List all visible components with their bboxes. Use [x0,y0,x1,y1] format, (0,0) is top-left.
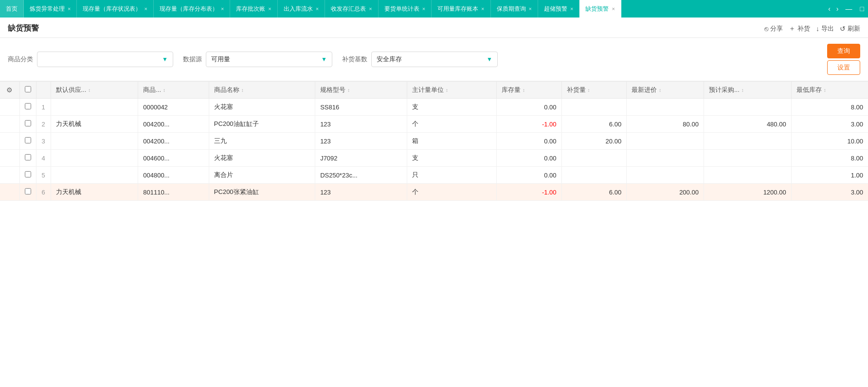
td-product-name: 三九 [209,133,315,150]
sort-icon-supplier: ↕ [88,88,90,93]
th-default-supplier[interactable]: 默认供应... ↕ [51,82,138,99]
share-action[interactable]: ⎋ 分享 [764,24,783,33]
table-header-row: ⚙ 默认供应... ↕ 商品... [0,82,868,99]
td-estimated-purchase [704,99,791,116]
share-icon: ⎋ [764,25,768,33]
tab-close-inout-flow[interactable]: × [316,6,319,12]
tab-abnormal[interactable]: 炼货异常处理 × [24,0,77,18]
tab-close-overstock[interactable]: × [570,6,573,12]
td-product-name: 离合片 [209,167,315,184]
tab-minimize-btn[interactable]: — [842,5,856,13]
tab-prev-btn[interactable]: ‹ [825,5,833,13]
sort-icon-unit: ↕ [446,88,448,93]
tab-close-abnormal[interactable]: × [68,6,71,12]
td-estimated-purchase [704,167,791,184]
row-checkbox[interactable] [25,120,31,126]
tab-maximize-btn[interactable]: □ [856,5,868,13]
td-estimated-purchase [704,150,791,167]
tab-available-ledger[interactable]: 可用量库存账本 × [432,0,490,18]
td-product-name: 火花塞 [209,150,315,167]
table-row: 2 力天机械 004200... PC200油缸缸子 123 个 -1.00 6… [0,116,868,133]
tab-close-receive-summary[interactable]: × [369,6,372,12]
td-checkbox [19,184,36,201]
replenish-basis-select-arrow: ▼ [487,56,492,63]
settings-button[interactable]: 设置 [827,60,860,75]
td-stock-qty: 0.00 [497,150,562,167]
td-unit: 箱 [407,133,497,150]
th-product-name[interactable]: 商品名称 ↕ [209,82,315,99]
td-num: 1 [36,99,51,116]
th-stock-qty[interactable]: 库存量 ↕ [497,82,562,99]
td-settings [0,150,19,167]
td-num: 6 [36,184,51,201]
replenish-basis-select[interactable]: 安全库存 ▼ [371,52,498,67]
th-product-code[interactable]: 商品... ↕ [138,82,209,99]
th-replenish-qty[interactable]: 补货量 ↕ [561,82,627,99]
td-product-code: 004200... [138,116,209,133]
tab-inventory-dist[interactable]: 现存量（库存分布表） × [154,0,230,18]
td-supplier [51,99,138,116]
tab-batch[interactable]: 库存批次账 × [230,0,277,18]
th-settings: ⚙ [0,82,19,99]
td-estimated-purchase: 480.00 [704,116,791,133]
th-min-stock[interactable]: 最低库存 ↕ [791,82,868,99]
table-row: 1 0000042 火花塞 SS816 支 0.00 8.00 [0,99,868,116]
filter-datasource-group: 数据源 可用量 ▼ [183,52,332,67]
filter-replenish-basis-group: 补货基数 安全库存 ▼ [342,52,498,67]
datasource-select[interactable]: 可用量 ▼ [206,52,332,67]
category-select-arrow: ▼ [162,56,168,63]
gear-icon[interactable]: ⚙ [6,86,13,94]
td-stock-qty: 0.00 [497,99,562,116]
td-min-stock: 3.00 [791,184,868,201]
tab-requisition[interactable]: 要货单统计表 × [379,0,432,18]
tab-expiry[interactable]: 保质期查询 × [491,0,538,18]
datasource-select-text: 可用量 [211,55,321,64]
row-checkbox[interactable] [25,154,31,160]
td-product-name: PC200油缸缸子 [209,116,315,133]
td-supplier: 力天机械 [51,116,138,133]
tab-overstock[interactable]: 超储预警 × [538,0,579,18]
tab-close-inventory-dist[interactable]: × [221,6,224,12]
page-header: 缺货预警 ⎋ 分享 ＋ 补货 ↓ 导出 ↺ 刷新 [0,18,868,38]
refresh-action[interactable]: ↺ 刷新 [840,24,860,33]
tab-shortage[interactable]: 缺货预警 × [579,0,621,18]
th-estimated-purchase[interactable]: 预计采购... ↕ [704,82,791,99]
row-checkbox[interactable] [25,171,31,177]
row-checkbox[interactable] [25,188,31,194]
td-product-name: PC200张紧油缸 [209,184,315,201]
header-actions: ⎋ 分享 ＋ 补货 ↓ 导出 ↺ 刷新 [764,24,860,33]
tab-close-requisition[interactable]: × [422,6,425,12]
sort-icon-stock: ↕ [523,88,525,93]
query-button[interactable]: 查询 [827,44,860,58]
tab-close-shortage[interactable]: × [612,6,615,12]
tab-next-btn[interactable]: › [833,5,842,13]
row-checkbox[interactable] [25,137,31,143]
td-spec: SS816 [315,99,407,116]
select-all-checkbox[interactable] [25,86,31,92]
td-replenish-qty: 6.00 [561,116,627,133]
tab-receive-summary[interactable]: 收发存汇总表 × [325,0,378,18]
td-supplier [51,150,138,167]
td-spec: 123 [315,133,407,150]
tab-close-inventory-status[interactable]: × [144,6,147,12]
tab-inventory-status[interactable]: 现存量（库存状况表） × [77,0,153,18]
th-spec[interactable]: 规格型号 ↕ [315,82,407,99]
th-unit[interactable]: 主计量单位 ↕ [407,82,497,99]
tab-home[interactable]: 首页 [0,0,24,18]
sort-icon-spec: ↕ [347,88,350,93]
tab-inout-flow[interactable]: 出入库流水 × [278,0,325,18]
tab-close-available-ledger[interactable]: × [481,6,484,12]
td-supplier [51,133,138,150]
category-select[interactable]: ▼ [37,52,173,67]
td-checkbox [19,99,36,116]
tab-close-expiry[interactable]: × [529,6,532,12]
replenish-action[interactable]: ＋ 补货 [789,24,810,33]
export-action[interactable]: ↓ 导出 [816,24,834,33]
row-checkbox[interactable] [25,103,31,109]
tab-close-batch[interactable]: × [268,6,271,12]
th-latest-price[interactable]: 最新进价 ↕ [627,82,704,99]
filter-category-group: 商品分类 ▼ [8,52,173,67]
td-min-stock: 8.00 [791,150,868,167]
page-content: 缺货预警 ⎋ 分享 ＋ 补货 ↓ 导出 ↺ 刷新 商品分类 [0,18,868,387]
td-settings [0,116,19,133]
